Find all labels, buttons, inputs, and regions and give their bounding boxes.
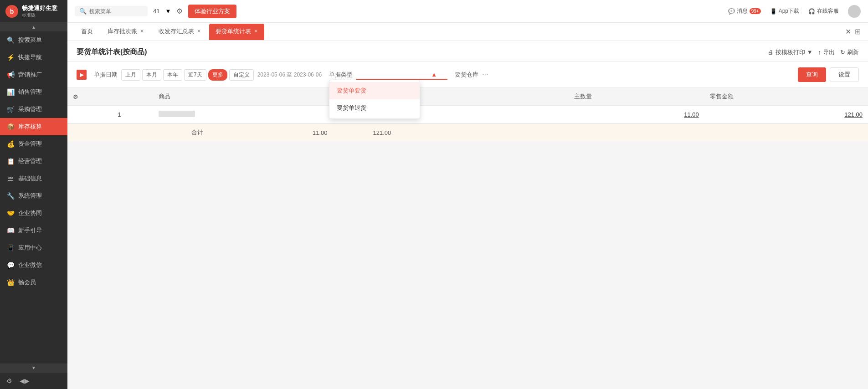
sidebar-item-apps[interactable]: 📱 应用中心 bbox=[0, 239, 67, 256]
tab-receivable-summary-close[interactable]: ✕ bbox=[197, 28, 201, 34]
user-avatar[interactable] bbox=[848, 5, 861, 18]
sidebar-item-marketing[interactable]: 📢 营销推广 bbox=[0, 66, 67, 83]
bottom-expand-icon[interactable]: ◀▶ bbox=[20, 377, 30, 384]
topbar: 🔍 41 ▼ ⚙ 体验行业方案 💬 消息 99+ 📱 App下载 🎧 在线客服 bbox=[67, 0, 868, 23]
app-download-btn[interactable]: 📱 App下载 bbox=[770, 7, 799, 15]
online-service-label: 在线客服 bbox=[817, 7, 839, 15]
filter-settings-btn[interactable]: 设置 bbox=[830, 67, 859, 82]
row-num: 1 bbox=[86, 106, 153, 123]
date-this-month-btn[interactable]: 本月 bbox=[142, 69, 161, 81]
chevron-down-icon: ▼ bbox=[165, 8, 171, 15]
app-logo-text: 畅捷通好生意 标准版 bbox=[22, 5, 57, 18]
warehouse-more-icon[interactable]: ··· bbox=[482, 71, 488, 79]
filter-expand-btn[interactable]: ▶ bbox=[77, 70, 87, 80]
operation-icon: 📋 bbox=[6, 158, 15, 165]
sidebar-item-cooperation[interactable]: 🤝 企业协同 bbox=[0, 205, 67, 222]
sidebar-label-marketing: 营销推广 bbox=[18, 71, 42, 79]
refresh-btn[interactable]: ↻ 刷新 bbox=[840, 48, 859, 56]
system-icon: 🔧 bbox=[6, 192, 15, 200]
sidebar-label-search: 搜索菜单 bbox=[18, 36, 42, 44]
bottom-gear-icon[interactable]: ⚙ bbox=[6, 377, 12, 384]
print-dropdown-icon: ▼ bbox=[807, 49, 813, 56]
row-amount[interactable]: 121.00 bbox=[704, 106, 868, 123]
export-btn[interactable]: ↑ 导出 bbox=[818, 48, 835, 56]
table-body: 1 块 11.00 121.00 bbox=[67, 106, 868, 123]
sidebar-label-system: 系统管理 bbox=[18, 192, 42, 200]
notification-btn[interactable]: 💬 消息 99+ bbox=[728, 7, 761, 15]
query-btn[interactable]: 查询 bbox=[798, 67, 826, 82]
date-last-month-btn[interactable]: 上月 bbox=[121, 69, 140, 81]
tabbar-close-all[interactable]: ✕ bbox=[845, 27, 851, 36]
export-icon: ↑ bbox=[818, 49, 822, 56]
filter-bar: ▶ 单据日期 上月 本月 本年 近7天 更多 自定义 2023-05-06 至 … bbox=[67, 62, 868, 88]
sidebar-item-finance[interactable]: 💰 资金管理 bbox=[0, 135, 67, 153]
quick-nav-icon: ⚡ bbox=[6, 54, 15, 61]
apps-icon: 📱 bbox=[6, 244, 15, 251]
sidebar-label-purchase: 采购管理 bbox=[18, 105, 42, 113]
col-amount: 零售金额 bbox=[704, 88, 868, 106]
sidebar-item-member[interactable]: 👑 畅会员 bbox=[0, 274, 67, 291]
tab-order-stats[interactable]: 要货单统计表 ✕ bbox=[209, 24, 264, 40]
sidebar-label-inventory: 库存核算 bbox=[18, 123, 42, 131]
topbar-number: 41 bbox=[153, 8, 159, 15]
online-service-btn[interactable]: 🎧 在线客服 bbox=[808, 7, 839, 15]
marketing-icon: 📢 bbox=[6, 71, 15, 78]
finance-icon: 💰 bbox=[6, 140, 15, 148]
sidebar-item-basic[interactable]: 🗃 基础信息 bbox=[0, 170, 67, 187]
col-settings[interactable]: ⚙ bbox=[67, 88, 86, 106]
topbar-search-input[interactable] bbox=[89, 8, 135, 15]
app-download-label: App下载 bbox=[779, 7, 799, 15]
sidebar-item-search[interactable]: 🔍 搜索菜单 bbox=[0, 31, 67, 49]
tab-receivable-summary[interactable]: 收发存汇总表 ✕ bbox=[152, 24, 207, 40]
tabbar-actions: ✕ ⊞ bbox=[845, 27, 861, 36]
topbar-dropdown[interactable]: ▼ bbox=[165, 8, 171, 15]
sidebar-item-quick-nav[interactable]: ⚡ 快捷导航 bbox=[0, 49, 67, 66]
service-icon: 🎧 bbox=[808, 8, 815, 15]
basic-icon: 🗃 bbox=[6, 175, 15, 182]
sidebar-item-guide[interactable]: 📖 新手引导 bbox=[0, 222, 67, 239]
tab-inventory-batch[interactable]: 库存批次账 ✕ bbox=[101, 24, 150, 40]
row-settings bbox=[67, 106, 86, 123]
date-custom-btn[interactable]: 自定义 bbox=[229, 69, 254, 81]
footer-total-quantity: 11.00 bbox=[313, 129, 328, 136]
sidebar-item-sales[interactable]: 📊 销售管理 bbox=[0, 83, 67, 101]
type-select-wrapper[interactable]: ▲ bbox=[356, 70, 447, 80]
sidebar-item-system[interactable]: 🔧 系统管理 bbox=[0, 187, 67, 205]
table-container: ⚙ 商品 主计量单位 主数量 零售金额 1 bbox=[67, 88, 868, 123]
cooperation-icon: 🤝 bbox=[6, 210, 15, 217]
type-select-input[interactable] bbox=[358, 71, 431, 78]
sidebar-item-wechat[interactable]: 💬 企业微信 bbox=[0, 256, 67, 274]
message-icon: 💬 bbox=[728, 8, 735, 15]
sidebar-nav: 🔍 搜索菜单 ⚡ 快捷导航 📢 营销推广 📊 销售管理 🛒 采购管理 📦 库存核… bbox=[0, 31, 67, 363]
date-more-btn[interactable]: 更多 bbox=[208, 69, 227, 81]
search-icon: 🔍 bbox=[6, 36, 15, 44]
sidebar-scroll-down[interactable]: ▼ bbox=[0, 363, 67, 372]
footer-total-label: 合计 bbox=[191, 128, 203, 137]
sidebar-item-operation[interactable]: 📋 经营管理 bbox=[0, 153, 67, 170]
topbar-right: 💬 消息 99+ 📱 App下载 🎧 在线客服 bbox=[728, 5, 861, 18]
date-this-year-btn[interactable]: 本年 bbox=[163, 69, 182, 81]
col-quantity: 主数量 bbox=[569, 88, 704, 106]
print-btn[interactable]: 🖨 按模板打印 ▼ bbox=[768, 48, 813, 56]
topbar-settings-icon[interactable]: ⚙ bbox=[176, 7, 183, 15]
sidebar-scroll-up[interactable]: ▲ bbox=[0, 23, 67, 31]
tab-home[interactable]: 首页 bbox=[75, 24, 99, 40]
date-filter-group: 单据日期 上月 本月 本年 近7天 更多 自定义 2023-05-06 至 20… bbox=[94, 69, 322, 81]
tab-order-stats-close[interactable]: ✕ bbox=[254, 28, 258, 34]
table-header: ⚙ 商品 主计量单位 主数量 零售金额 bbox=[67, 88, 868, 106]
dropdown-item-tuihuo[interactable]: 要货单退货 bbox=[329, 99, 420, 117]
dropdown-item-yaohuo[interactable]: 要货单要货 bbox=[329, 82, 420, 99]
sidebar-logo: b 畅捷通好生意 标准版 bbox=[0, 0, 67, 23]
type-chevron-up-icon[interactable]: ▲ bbox=[431, 71, 437, 78]
row-quantity[interactable]: 11.00 bbox=[569, 106, 704, 123]
sidebar-item-purchase[interactable]: 🛒 采购管理 bbox=[0, 101, 67, 118]
date-last-7days-btn[interactable]: 近7天 bbox=[184, 69, 206, 81]
sidebar-item-inventory[interactable]: 📦 库存核算 bbox=[0, 118, 67, 135]
type-filter-label: 单据类型 bbox=[329, 71, 353, 79]
trial-btn[interactable]: 体验行业方案 bbox=[188, 5, 236, 18]
tabbar-expand[interactable]: ⊞ bbox=[855, 27, 861, 36]
download-icon: 📱 bbox=[770, 8, 777, 15]
sidebar-label-cooperation: 企业协同 bbox=[18, 209, 42, 217]
tab-inventory-batch-close[interactable]: ✕ bbox=[140, 28, 144, 34]
refresh-icon: ↻ bbox=[840, 49, 845, 56]
